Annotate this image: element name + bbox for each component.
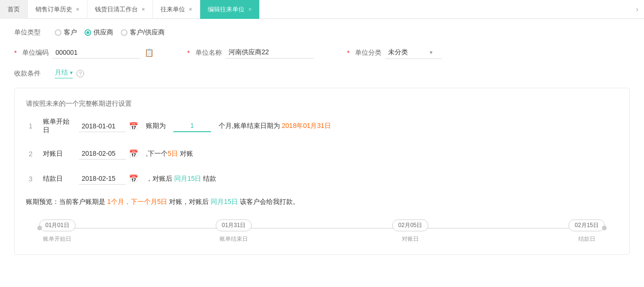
- tab-edit-partner[interactable]: 编辑往来单位 ×: [200, 0, 260, 19]
- unit-code-label: 单位编码: [22, 49, 49, 57]
- unit-type-radio-group: 客户 供应商 客户/供应商: [55, 28, 165, 37]
- row-2-date-input[interactable]: [79, 148, 126, 160]
- radio-both-label: 客户/供应商: [130, 28, 165, 37]
- help-icon[interactable]: ?: [76, 70, 84, 77]
- row-1-desc-suffix: 个月,账单结束日期为 2018年01月31日: [219, 122, 331, 130]
- timeline-right-dot: [602, 226, 607, 230]
- tl-badge-2: 01月31日: [216, 219, 252, 231]
- unit-code-icon[interactable]: 📋: [144, 48, 154, 57]
- payment-dropdown-arrow: ▾: [70, 69, 73, 76]
- tl-badge-4: 02月15日: [568, 219, 605, 231]
- row-2-date-field: 📅: [79, 148, 138, 160]
- tab-cashier[interactable]: 钱货日清工作台 ×: [87, 0, 153, 19]
- setting-row-1: 1 账单开始日 📅 账期为 个月,账单结束日期为 2018年01月31日: [26, 118, 618, 135]
- row-2-desc: ,下一个5日 对账: [146, 150, 193, 158]
- tab-partner-units-close[interactable]: ×: [189, 6, 192, 13]
- tl-badge-3: 02月05日: [392, 219, 429, 231]
- tl-badge-1: 01月01日: [39, 219, 76, 231]
- row-1-calendar-icon[interactable]: 📅: [129, 122, 138, 131]
- main-content: 单位类型 客户 供应商 客户/供应商 * 单位编码 📋 * 单位名称: [0, 19, 644, 287]
- tl-label-1: 账单开始日: [43, 235, 71, 243]
- timeline-left-dot: [37, 226, 42, 230]
- radio-customer-circle: [55, 29, 61, 36]
- radio-customer-label: 客户: [64, 28, 77, 37]
- tab-sales-history-close[interactable]: ×: [76, 6, 79, 13]
- row-1-label: 账单开始日: [43, 118, 71, 135]
- preview-middle: 下一个月5日: [131, 198, 168, 205]
- row-3-desc: ，对账后 同月15日 结款: [146, 175, 216, 183]
- tl-node-3: 02月05日 对账日: [392, 219, 429, 243]
- tab-partner-units-label: 往来单位: [161, 5, 185, 14]
- timeline-container: 01月01日 账单开始日 01月31日 账单结束日 02月05日 对账日 02月…: [26, 219, 618, 243]
- unit-category-dropdown[interactable]: 未分类 ▾: [385, 46, 442, 59]
- settings-panel: 请按照未来的一个完整帐期进行设置 1 账单开始日 📅 账期为 个月,账单结束日期…: [14, 88, 630, 255]
- tl-label-4: 结款日: [578, 235, 595, 243]
- radio-supplier[interactable]: 供应商: [85, 28, 113, 37]
- unit-category-value: 未分类: [388, 48, 408, 57]
- tab-home-label: 首页: [8, 5, 20, 14]
- tab-edit-partner-label: 编辑往来单位: [208, 5, 245, 14]
- row-2-calendar-icon[interactable]: 📅: [129, 149, 138, 158]
- row-1-desc-prefix: 账期为: [146, 122, 166, 130]
- row-2-num: 2: [26, 150, 35, 158]
- row-3-num: 3: [26, 175, 35, 183]
- payment-select-wrapper[interactable]: 月结 ▾: [55, 68, 73, 78]
- row-3-label: 结款日: [43, 175, 71, 183]
- unit-name-label: 单位名称: [195, 49, 222, 57]
- radio-supplier-circle: [85, 29, 91, 36]
- row-3-date-field: 📅: [79, 173, 138, 185]
- tab-edit-partner-close[interactable]: ×: [248, 6, 252, 13]
- tab-cashier-close[interactable]: ×: [142, 6, 145, 13]
- tab-more-arrow[interactable]: ›: [630, 5, 644, 14]
- tab-bar: 首页 销售订单历史 × 钱货日清工作台 × 往来单位 × 编辑往来单位 × ›: [0, 0, 644, 19]
- period-input[interactable]: [173, 120, 211, 132]
- unit-code-input[interactable]: [52, 47, 141, 59]
- row-3-calendar-icon[interactable]: 📅: [129, 174, 138, 183]
- setting-row-2: 2 对账日 📅 ,下一个5日 对账: [26, 148, 618, 160]
- unit-category-required: *: [347, 49, 349, 57]
- tl-node-2: 01月31日 账单结束日: [216, 219, 252, 243]
- unit-category-label: 单位分类: [355, 49, 381, 57]
- preview-text: 账期预览：当前客户账期是 1个月，下一个月5日 对账，对账后 同月15日 该客户…: [26, 198, 618, 206]
- tl-node-1: 01月01日 账单开始日: [39, 219, 76, 243]
- row-1-date-input[interactable]: [79, 120, 126, 132]
- preview-end: 同月15日: [211, 198, 238, 205]
- unit-code-group: * 单位编码 📋: [14, 47, 154, 59]
- tl-label-3: 对账日: [402, 235, 419, 243]
- unit-name-input[interactable]: [226, 47, 314, 59]
- unit-category-arrow: ▾: [430, 49, 432, 56]
- payment-field: 月结 ▾ ?: [55, 68, 84, 78]
- unit-type-label: 单位类型: [14, 28, 41, 37]
- panel-description: 请按照未来的一个完整帐期进行设置: [26, 100, 618, 108]
- row-1-num: 1: [26, 122, 35, 130]
- payment-condition-row: 收款条件 月结 ▾ ?: [14, 68, 630, 78]
- unit-category-group: * 单位分类 未分类 ▾: [347, 46, 442, 59]
- tab-partner-units[interactable]: 往来单位 ×: [153, 0, 200, 19]
- tl-label-2: 账单结束日: [220, 235, 248, 243]
- timeline-line: [40, 228, 604, 228]
- preview-period: 1个月，: [107, 198, 131, 205]
- tab-cashier-label: 钱货日清工作台: [95, 5, 138, 14]
- tab-sales-history[interactable]: 销售订单历史 ×: [28, 0, 87, 19]
- tab-home[interactable]: 首页: [0, 0, 28, 19]
- radio-supplier-label: 供应商: [93, 28, 113, 37]
- timeline-nodes: 01月01日 账单开始日 01月31日 账单结束日 02月05日 对账日 02月…: [31, 219, 613, 243]
- unit-code-required: *: [14, 49, 17, 57]
- unit-name-required: *: [187, 49, 189, 57]
- setting-row-3: 3 结款日 📅 ，对账后 同月15日 结款: [26, 173, 618, 185]
- tab-sales-history-label: 销售订单历史: [35, 5, 72, 14]
- row-2-label: 对账日: [43, 150, 71, 158]
- payment-condition-label: 收款条件: [14, 69, 41, 78]
- row-1-date-field: 📅: [79, 120, 138, 132]
- payment-value: 月结: [55, 68, 68, 77]
- unit-name-group: * 单位名称: [187, 47, 314, 59]
- radio-both-circle: [121, 29, 127, 36]
- unit-type-row: 单位类型 客户 供应商 客户/供应商: [14, 28, 630, 37]
- row-3-date-input[interactable]: [79, 173, 126, 185]
- unit-info-row: * 单位编码 📋 * 单位名称 * 单位分类 未分类 ▾: [14, 46, 630, 59]
- radio-customer[interactable]: 客户: [55, 28, 77, 37]
- radio-both[interactable]: 客户/供应商: [121, 28, 165, 37]
- tl-node-4: 02月15日 结款日: [568, 219, 605, 243]
